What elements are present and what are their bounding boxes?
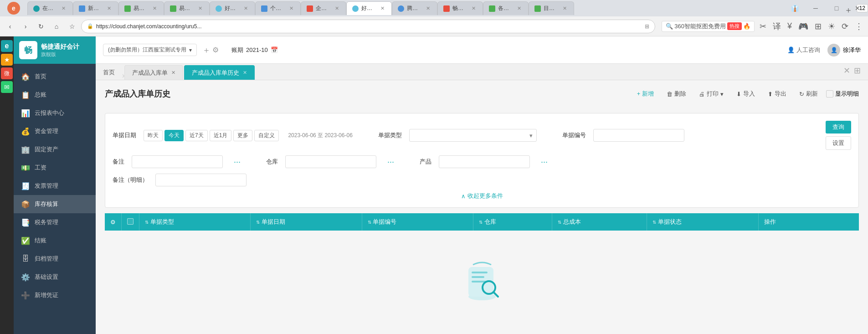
tab-1-close[interactable]: ✕ bbox=[60, 5, 67, 12]
icon-sidebar-email[interactable]: ✉ bbox=[1, 81, 13, 93]
page-tab-home[interactable]: 首页 bbox=[96, 65, 122, 80]
refresh-button[interactable]: ↻ bbox=[35, 20, 47, 33]
sidebar-item-invoice[interactable]: 🧾 发票管理 bbox=[14, 177, 96, 195]
delete-button[interactable]: 🗑 删除 bbox=[662, 87, 691, 100]
tab-5-close[interactable]: ✕ bbox=[242, 5, 249, 12]
grid-icon[interactable]: ⊞ bbox=[813, 20, 823, 33]
date-btn-1month[interactable]: 近1月 bbox=[210, 130, 232, 141]
tab-7-close[interactable]: ✕ bbox=[334, 5, 340, 12]
tab-10-close[interactable]: ✕ bbox=[470, 5, 477, 12]
filter-settings-button[interactable]: 设置 bbox=[826, 136, 851, 150]
translate-icon[interactable]: 译 bbox=[771, 20, 782, 33]
tab-2[interactable]: 新… ✕ bbox=[73, 1, 118, 15]
close-button[interactable]: ✕ bbox=[847, 0, 868, 16]
page-tab-list-close[interactable]: ✕ bbox=[171, 70, 175, 76]
tab-7[interactable]: 企… ✕ bbox=[301, 1, 346, 15]
sidebar-item-fixed[interactable]: 🏢 固定资产 bbox=[14, 140, 96, 159]
sidebar-item-home[interactable]: 🏠 首页 bbox=[14, 67, 96, 86]
tab-9[interactable]: 腾… ✕ bbox=[392, 1, 437, 15]
product-filter-input[interactable] bbox=[439, 155, 530, 168]
tab-3-close[interactable]: ✕ bbox=[151, 5, 158, 12]
warehouse-filter-input[interactable] bbox=[285, 155, 376, 168]
col-number[interactable]: ⇅ 单据编号 bbox=[362, 213, 473, 231]
game-icon[interactable]: 🎮 bbox=[797, 20, 810, 33]
user-info[interactable]: 👤 徐泽华 bbox=[827, 44, 861, 57]
date-btn-7days[interactable]: 近7天 bbox=[185, 130, 208, 141]
shirt-icon[interactable]: 👔 bbox=[784, 0, 805, 16]
number-filter-input[interactable] bbox=[593, 129, 684, 142]
currency-icon[interactable]: ¥ bbox=[786, 20, 793, 32]
tab-11[interactable]: 各… ✕ bbox=[483, 1, 529, 15]
close-panel-button[interactable]: ✕ bbox=[843, 66, 850, 76]
search-bar[interactable]: 🔍 360智能抠图免费用 热搜 🔥 bbox=[662, 21, 755, 32]
icon-sidebar-star[interactable]: ★ bbox=[1, 54, 13, 66]
url-bar[interactable]: 🔒 https://cloud.chanjet.com/accounting/u… bbox=[81, 20, 655, 33]
sidebar-item-payroll[interactable]: 💵 工资 bbox=[14, 159, 96, 177]
detail-remark-filter-input[interactable] bbox=[155, 174, 247, 186]
icon-sidebar-logo[interactable]: e bbox=[1, 40, 13, 52]
home-button[interactable]: ⌂ bbox=[50, 20, 63, 33]
sidebar-item-fund[interactable]: 💰 资金管理 bbox=[14, 122, 96, 140]
tab-9-close[interactable]: ✕ bbox=[425, 5, 431, 12]
tab-11-close[interactable]: ✕ bbox=[516, 5, 523, 12]
tab-10[interactable]: 畅… ✕ bbox=[437, 1, 483, 15]
col-check[interactable] bbox=[122, 213, 139, 231]
collapse-button[interactable]: ∧ 收起更多条件 bbox=[461, 192, 503, 200]
tab-1[interactable]: 在… ✕ bbox=[27, 1, 73, 15]
company-selector[interactable]: (勿删勿禁用）江西服宝测试专用 ▾ bbox=[103, 44, 197, 56]
back-button[interactable]: ‹ bbox=[4, 20, 16, 33]
date-btn-today[interactable]: 今天 bbox=[164, 130, 184, 141]
date-btn-yesterday[interactable]: 昨天 bbox=[144, 130, 163, 141]
sidebar-item-tax[interactable]: 📑 税务管理 bbox=[14, 213, 96, 231]
sidebar-item-newbill[interactable]: ➕ 新增凭证 bbox=[14, 286, 96, 304]
tab-12[interactable]: 目… ✕ bbox=[529, 1, 574, 15]
scissors-icon[interactable]: ✂ bbox=[758, 20, 768, 33]
tab-8-close[interactable]: ✕ bbox=[379, 5, 386, 12]
reload-icon[interactable]: ⟳ bbox=[840, 20, 850, 33]
minimize-button[interactable]: ─ bbox=[805, 0, 826, 16]
tab-4-close[interactable]: ✕ bbox=[197, 5, 204, 12]
tab-12-close[interactable]: ✕ bbox=[561, 5, 568, 12]
import-button[interactable]: ⬇ 导入 bbox=[732, 87, 760, 100]
user-service[interactable]: 👤 人工咨询 bbox=[787, 46, 820, 54]
add-company-button[interactable]: ＋ bbox=[202, 45, 211, 56]
select-all-checkbox[interactable] bbox=[127, 218, 134, 225]
export-button[interactable]: ⬆ 导出 bbox=[763, 87, 791, 100]
tab-6[interactable]: 个… ✕ bbox=[255, 1, 301, 15]
maximize-button[interactable]: □ bbox=[826, 0, 847, 16]
sidebar-item-checkout[interactable]: ✅ 结账 bbox=[14, 231, 96, 250]
type-filter-select[interactable]: ▾ bbox=[409, 129, 537, 142]
sidebar-item-ledger[interactable]: 📋 总账 bbox=[14, 86, 96, 104]
col-cost[interactable]: ⇅ 总成本 bbox=[552, 213, 647, 231]
display-checkbox[interactable] bbox=[826, 90, 833, 98]
page-tab-history[interactable]: 产成品入库单历史 ✕ bbox=[184, 65, 255, 80]
tab-8[interactable]: 好… ✕ bbox=[346, 1, 392, 15]
icon-sidebar-social[interactable]: 微 bbox=[1, 67, 13, 79]
sidebar-item-archive[interactable]: 🗄 归档管理 bbox=[14, 250, 96, 268]
sun-icon[interactable]: ☀ bbox=[827, 20, 837, 33]
url-dots-icon[interactable]: ⊞ bbox=[645, 23, 649, 30]
remark-filter-input[interactable] bbox=[132, 155, 223, 168]
col-warehouse[interactable]: ⇅ 仓库 bbox=[473, 213, 552, 231]
add-button[interactable]: + 新增 bbox=[632, 87, 658, 100]
col-status[interactable]: ⇅ 单据状态 bbox=[647, 213, 758, 231]
bookmark-button[interactable]: ☆ bbox=[66, 20, 78, 33]
col-gear[interactable]: ⚙ bbox=[105, 213, 122, 231]
date-btn-custom[interactable]: 自定义 bbox=[254, 130, 279, 141]
tab-5[interactable]: 好… ✕ bbox=[210, 1, 255, 15]
page-tab-history-close[interactable]: ✕ bbox=[243, 70, 247, 76]
sidebar-item-report[interactable]: 📊 云报表中心 bbox=[14, 104, 96, 122]
settings-dots-icon[interactable]: ⋮ bbox=[853, 20, 864, 33]
date-btn-more[interactable]: 更多 bbox=[233, 130, 252, 141]
tab-4[interactable]: 易… ✕ bbox=[164, 1, 210, 15]
query-button[interactable]: 查询 bbox=[826, 121, 851, 134]
tab-3[interactable]: 易… ✕ bbox=[118, 1, 164, 15]
calendar-icon[interactable]: 📅 bbox=[271, 46, 278, 53]
col-date[interactable]: ⇅ 单据日期 bbox=[251, 213, 362, 231]
display-toggle[interactable]: 显示明细 bbox=[826, 90, 859, 98]
print-button[interactable]: 🖨 打印 ▾ bbox=[694, 87, 728, 100]
sidebar-item-inventory[interactable]: 📦 库存核算 bbox=[14, 195, 96, 213]
forward-button[interactable]: › bbox=[19, 20, 32, 33]
page-tab-list[interactable]: 产成品入库单 ✕ bbox=[124, 65, 183, 80]
refresh-btn[interactable]: ↻ 刷新 bbox=[795, 87, 822, 100]
